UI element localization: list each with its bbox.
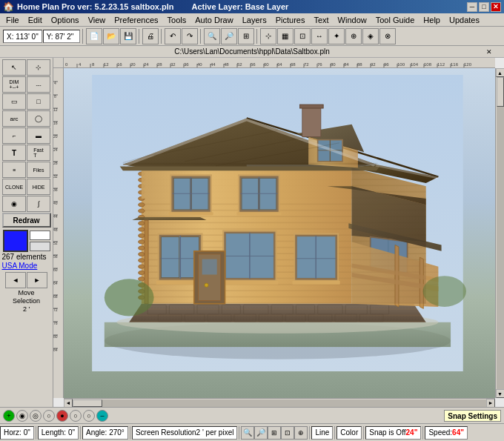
tb-extra6[interactable]: ⊕: [345, 28, 362, 44]
pointer-tool[interactable]: ⊹: [27, 59, 50, 76]
maximize-button[interactable]: □: [479, 2, 489, 12]
files-tool[interactable]: Files: [27, 162, 50, 178]
menu-autodraw[interactable]: Auto Draw: [190, 15, 237, 25]
hide-tool[interactable]: HIDE: [27, 179, 50, 195]
scroll-track-right[interactable]: [497, 77, 504, 389]
scroll-up-button[interactable]: ▲: [496, 68, 505, 77]
save-button[interactable]: 💾: [120, 28, 136, 44]
redraw-button[interactable]: Redraw: [2, 213, 51, 228]
status-sep-6: [334, 426, 335, 440]
tb-extra3[interactable]: ⊡: [294, 28, 311, 44]
clone-tool[interactable]: CLONE: [2, 179, 26, 195]
zoom-in-status[interactable]: 🔍: [241, 426, 254, 440]
color-btn2[interactable]: [30, 242, 50, 251]
svg-point-153: [138, 271, 144, 274]
tb-extra7[interactable]: ◈: [362, 28, 379, 44]
x-coordinate: X: 113' 0": [3, 30, 42, 43]
minimize-button[interactable]: ─: [467, 2, 477, 12]
scroll-thumb-bottom[interactable]: [73, 399, 102, 407]
tb-extra2[interactable]: ▦: [277, 28, 294, 44]
nav-right[interactable]: ►: [27, 272, 47, 288]
menu-file[interactable]: File: [1, 15, 24, 25]
svg-point-232: [205, 283, 208, 287]
door-tool[interactable]: ⌐: [2, 127, 26, 144]
menu-window[interactable]: Window: [334, 15, 371, 25]
scroll-track-bottom[interactable]: [73, 399, 486, 407]
wall-tool[interactable]: ▭: [2, 93, 26, 110]
bt-add-button[interactable]: +: [3, 410, 15, 422]
zoom-in-button[interactable]: 🔍: [204, 28, 220, 44]
svg-point-152: [138, 265, 144, 268]
menu-toolguide[interactable]: Tool Guide: [371, 15, 420, 25]
nav-left[interactable]: ◄: [5, 272, 26, 288]
bt-circ3[interactable]: ○: [43, 410, 55, 422]
scroll-thumb-right[interactable]: [497, 77, 504, 107]
snap-settings-label[interactable]: Snap Settings: [444, 410, 501, 422]
color-btn1[interactable]: [30, 231, 50, 240]
path-close-icon[interactable]: ✕: [486, 48, 492, 56]
misc-tool1[interactable]: ◉: [2, 196, 26, 212]
svg-marker-164: [119, 166, 379, 170]
house-view[interactable]: [64, 68, 495, 398]
svg-text:64: 64: [53, 281, 58, 285]
redo-button[interactable]: ↷: [182, 28, 198, 44]
svg-text:84: 84: [53, 348, 58, 352]
tb-extra8[interactable]: ⊗: [379, 28, 396, 44]
select-tool[interactable]: ↖: [2, 59, 26, 76]
bt-circ2[interactable]: ◎: [30, 410, 42, 422]
bt-circ4[interactable]: ●: [56, 410, 68, 422]
arc-tool[interactable]: arc: [2, 110, 26, 127]
bt-remove-button[interactable]: –: [96, 410, 108, 422]
rectangle-tool[interactable]: □: [27, 93, 50, 110]
zoom-rect-status[interactable]: ⊡: [281, 426, 294, 440]
line-field: Line: [311, 426, 333, 440]
new-button[interactable]: 📄: [86, 28, 102, 44]
speed-label: Speed:: [428, 426, 452, 440]
bottom-drawing-toolbar: + ◉ ◎ ○ ● ○ ○ – Snap Settings: [0, 407, 504, 423]
bt-circ1[interactable]: ◉: [16, 410, 28, 422]
zoom-fit-button[interactable]: ⊞: [238, 28, 254, 44]
menu-tools[interactable]: Tools: [163, 15, 191, 25]
menu-pictures[interactable]: Pictures: [271, 15, 310, 25]
menu-view[interactable]: View: [84, 15, 110, 25]
open-button[interactable]: 📂: [103, 28, 119, 44]
circle-tool[interactable]: ◯: [27, 110, 50, 127]
stair-tool[interactable]: ≡: [2, 162, 26, 178]
menu-preferences[interactable]: Preferences: [110, 15, 162, 25]
lt-dim2[interactable]: ---: [27, 76, 50, 93]
tb-extra5[interactable]: ✦: [328, 28, 345, 44]
tb-extra4[interactable]: ↔: [311, 28, 328, 44]
close-button[interactable]: ✕: [491, 2, 501, 12]
menu-edit[interactable]: Edit: [24, 15, 47, 25]
misc-tool2[interactable]: ∫: [27, 196, 50, 212]
drawing-canvas[interactable]: [64, 68, 495, 398]
zoom-fit-status[interactable]: ⊞: [268, 426, 281, 440]
tb-extra1[interactable]: ⊹: [260, 28, 276, 44]
menu-help[interactable]: Help: [419, 15, 445, 25]
dimension-tool[interactable]: DIM+--+: [2, 76, 26, 93]
screen-res-label: Screen Resolution: [136, 426, 196, 440]
undo-button[interactable]: ↶: [165, 28, 181, 44]
zoom-out-status[interactable]: 🔎: [254, 426, 268, 440]
menu-text[interactable]: Text: [309, 15, 333, 25]
text-tool[interactable]: T: [2, 145, 26, 161]
svg-text:52: 52: [237, 62, 242, 67]
usa-mode[interactable]: USA Mode: [2, 262, 51, 270]
bt-circ6[interactable]: ○: [83, 410, 95, 422]
svg-point-154: [138, 277, 144, 281]
scroll-left-button[interactable]: ◄: [64, 399, 73, 408]
color-selector[interactable]: [3, 230, 28, 252]
bt-circ5[interactable]: ○: [70, 410, 82, 422]
zoom-extra-status[interactable]: ⊕: [294, 426, 308, 440]
window-tool[interactable]: ▬: [27, 127, 50, 144]
lt-row-arc: arc ◯: [2, 110, 50, 127]
menu-updates[interactable]: Updates: [445, 15, 484, 25]
menu-options[interactable]: Options: [47, 15, 84, 25]
svg-text:104: 104: [411, 62, 419, 67]
fast-text-tool[interactable]: FastT: [27, 145, 50, 161]
menu-layers[interactable]: Layers: [238, 15, 271, 25]
scroll-down-button[interactable]: ▼: [496, 389, 505, 398]
scroll-right-button[interactable]: ►: [486, 399, 495, 408]
print-button[interactable]: 🖨: [142, 28, 159, 44]
zoom-out-button[interactable]: 🔎: [221, 28, 237, 44]
